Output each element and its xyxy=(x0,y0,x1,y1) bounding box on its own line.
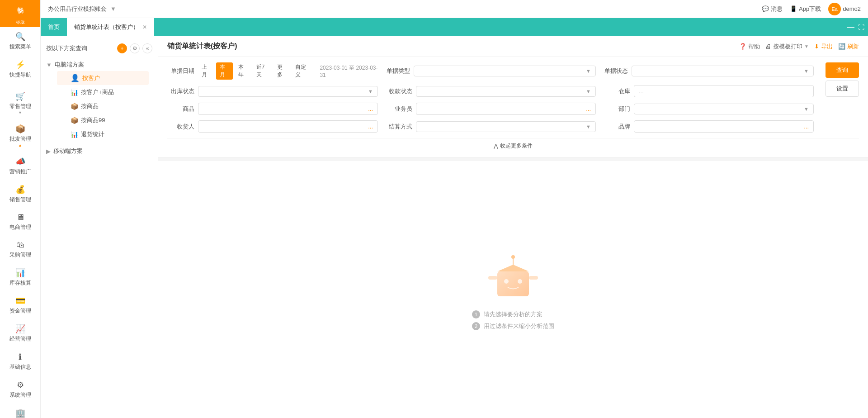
add-scheme-btn[interactable]: + xyxy=(117,43,127,53)
out-status-select[interactable]: ▼ xyxy=(198,86,378,97)
dept-arrow-icon: ▼ xyxy=(804,106,809,112)
scheme-icon: 👤 xyxy=(71,74,80,82)
tab-bar: 首页 销货单统计表（按客户） ✕ — ⛶ xyxy=(41,18,868,36)
scheme-by-goods[interactable]: 📦 按商品 xyxy=(57,100,149,113)
scheme-panel: 按以下方案查询 + ⚙ « ▼ 电脑端方案 👤 按客户 xyxy=(41,36,158,418)
tab-home-label: 首页 xyxy=(48,23,60,31)
tab-home[interactable]: 首页 xyxy=(41,18,67,36)
app-download-icon: 📱 xyxy=(790,5,797,12)
brand-input[interactable]: ... xyxy=(634,120,814,133)
empty-tip-2: 2 用过滤条件来缩小分析范围 xyxy=(472,322,554,330)
refresh-btn[interactable]: 🔄 刷新 xyxy=(838,43,859,51)
brand-filter: 品牌 ... xyxy=(603,120,814,133)
goods-input[interactable]: ... xyxy=(198,103,378,115)
receiver-input[interactable]: ... xyxy=(198,120,378,133)
date-tab-custom[interactable]: 自定义 xyxy=(292,62,312,80)
sidebar-item-finance[interactable]: 💳 资金管理 xyxy=(0,291,41,319)
pc-scheme-group-label[interactable]: ▼ 电脑端方案 xyxy=(46,59,152,71)
user-profile[interactable]: Ea demo2 xyxy=(828,3,861,15)
sidebar-item-operations[interactable]: 📈 经营管理 xyxy=(0,319,41,347)
sidebar-item-search-menu[interactable]: 🔍 搜索菜单 xyxy=(0,27,41,55)
query-btn[interactable]: 查询 xyxy=(826,62,859,78)
scheme-by-customer[interactable]: 👤 按客户 xyxy=(57,71,149,85)
edit-scheme-btn[interactable]: ⚙ xyxy=(130,43,140,53)
svg-text:畅: 畅 xyxy=(17,7,24,14)
print-icon: 🖨 xyxy=(765,43,771,50)
export-btn[interactable]: ⬇ 导出 xyxy=(814,43,833,51)
sidebar-item-inventory[interactable]: 📊 库存核算 xyxy=(0,263,41,291)
pc-scheme-group: ▼ 电脑端方案 👤 按客户 📊 按客户+商品 📦 按商品 xyxy=(41,57,158,143)
sidebar-item-enterprise[interactable]: 🏢 企业协同 xyxy=(0,404,41,418)
date-tab-this-month[interactable]: 本月 xyxy=(216,62,232,80)
out-status-label: 出库状态 xyxy=(167,87,194,95)
out-status-arrow-icon: ▼ xyxy=(368,89,373,94)
salesperson-filter: 业务员 ... xyxy=(385,103,596,115)
enterprise-icon: 🏢 xyxy=(15,408,25,418)
dropdown-arrow-icon[interactable]: ▼ xyxy=(110,5,116,12)
salesperson-label: 业务员 xyxy=(385,105,412,113)
sidebar-item-wholesale[interactable]: 📦 批发管理 ▲ xyxy=(0,119,41,152)
scheme-label: 退货统计 xyxy=(81,130,104,138)
salesperson-dots: ... xyxy=(586,105,591,112)
sales-icon: 💰 xyxy=(15,185,25,195)
filter-row-2: 出库状态 ▼ 收款状态 ▼ 仓库 xyxy=(167,85,859,97)
warehouse-input[interactable]: ... xyxy=(634,85,814,97)
ecommerce-icon: 🖥 xyxy=(16,213,24,222)
date-tab-more[interactable]: 更多 xyxy=(274,62,290,80)
sidebar-item-label: 资金管理 xyxy=(9,307,31,315)
group-arrow-icon: ▶ xyxy=(46,148,51,155)
sidebar-item-sales[interactable]: 💰 销售管理 xyxy=(0,180,41,208)
tab-close-icon[interactable]: ✕ xyxy=(142,24,147,30)
empty-tip-1: 1 请先选择要分析的方案 xyxy=(472,310,554,318)
sidebar-item-quick-nav[interactable]: ⚡ 快捷导航 xyxy=(0,55,41,83)
date-tab-this-year[interactable]: 本年 xyxy=(235,62,251,80)
sidebar-item-label: 库存核算 xyxy=(9,279,31,287)
template-print-btn[interactable]: 🖨 按模板打印 ▼ xyxy=(765,43,809,51)
sidebar-item-label: 批发管理 xyxy=(9,135,31,143)
settings-btn[interactable]: 设置 xyxy=(826,81,859,97)
logo-icon: 畅 xyxy=(12,2,28,18)
scheme-return-stats[interactable]: 📊 退货统计 xyxy=(57,128,149,141)
receipt-status-arrow-icon: ▼ xyxy=(586,89,591,94)
bill-type-label: 单据类型 xyxy=(385,67,410,75)
tab-sales-label: 销货单统计表（按客户） xyxy=(74,23,139,31)
scheme-by-goods-99[interactable]: 📦 按商品99 xyxy=(57,114,149,127)
filter-section: 查询 设置 单据日期 上月 本月 本年 近7天 更多 自定义 xyxy=(158,57,868,157)
maximize-icon[interactable]: ⛶ xyxy=(858,24,864,31)
minimize-icon[interactable]: — xyxy=(847,23,854,31)
app-download-label: App下载 xyxy=(799,5,821,13)
sidebar-item-marketing[interactable]: 📣 营销推广 xyxy=(0,152,41,180)
scheme-panel-header: 按以下方案查询 + ⚙ « xyxy=(41,40,158,57)
collapse-panel-btn[interactable]: « xyxy=(142,43,152,53)
sidebar-item-label: 基础信息 xyxy=(9,363,31,371)
settlement-select[interactable]: ▼ xyxy=(416,121,596,132)
dept-select[interactable]: ▼ xyxy=(634,104,814,114)
mobile-scheme-group-label[interactable]: ▶ 移动端方案 xyxy=(46,145,152,157)
sidebar-item-ecommerce[interactable]: 🖥 电商管理 xyxy=(0,208,41,236)
date-tab-7days[interactable]: 近7天 xyxy=(253,62,272,80)
sidebar-item-system[interactable]: ⚙ 系统管理 xyxy=(0,375,41,404)
out-status-filter: 出库状态 ▼ xyxy=(167,86,378,97)
scheme-label: 按商品 xyxy=(81,102,99,110)
collapse-btn[interactable]: ⋀ 收起更多条件 xyxy=(167,138,859,153)
help-label: 帮助 xyxy=(748,43,760,51)
tip-text-1: 请先选择要分析的方案 xyxy=(484,310,542,318)
scheme-label: 按商品99 xyxy=(81,116,105,124)
message-btn[interactable]: 💬 消息 xyxy=(762,5,783,13)
bill-type-select[interactable]: ▼ xyxy=(414,66,596,76)
scheme-by-customer-goods[interactable]: 📊 按客户+商品 xyxy=(57,86,149,99)
bill-status-select[interactable]: ▼ xyxy=(632,66,814,76)
sidebar-item-purchase[interactable]: 🛍 采购管理 xyxy=(0,236,41,263)
app-download-btn[interactable]: 📱 App下载 xyxy=(790,5,821,13)
sidebar-item-basic-info[interactable]: ℹ 基础信息 xyxy=(0,347,41,375)
tab-sales-stats[interactable]: 销货单统计表（按客户） ✕ xyxy=(67,18,154,36)
export-icon: ⬇ xyxy=(814,43,819,50)
sidebar: 畅 标版 🔍 搜索菜单 ⚡ 快捷导航 🛒 零售管理 ▼ 📦 批发管理 ▲ 📣 营… xyxy=(0,0,41,418)
sidebar-item-retail[interactable]: 🛒 零售管理 ▼ xyxy=(0,87,41,119)
warehouse-dots: ... xyxy=(639,88,644,95)
receipt-status-select[interactable]: ▼ xyxy=(416,86,596,97)
help-btn[interactable]: ❓ 帮助 xyxy=(739,43,760,51)
salesperson-input[interactable]: ... xyxy=(416,103,596,115)
date-tab-last-month[interactable]: 上月 xyxy=(198,62,214,80)
mobile-scheme-group: ▶ 移动端方案 xyxy=(41,143,158,159)
